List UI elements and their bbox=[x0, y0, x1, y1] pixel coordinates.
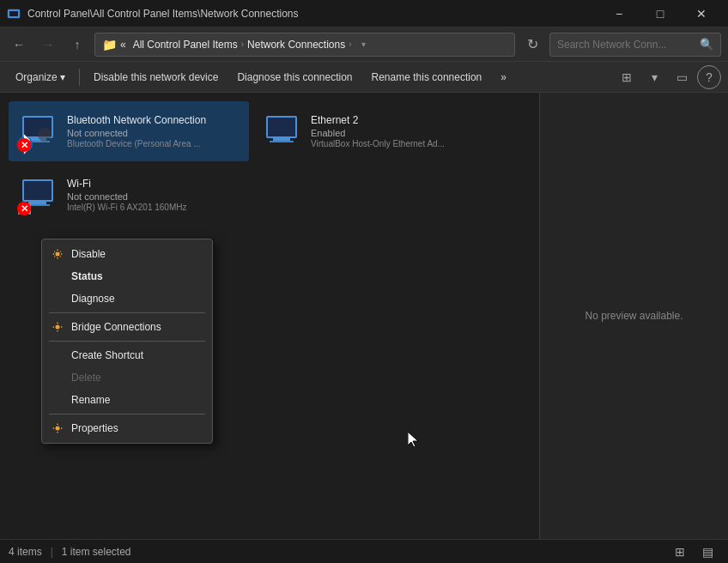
toolbar: Organize ▾ Disable this network device D… bbox=[0, 62, 728, 93]
context-label-rename: Rename bbox=[71, 394, 110, 406]
context-label-shortcut: Create Shortcut bbox=[71, 349, 143, 361]
file-list: ✕ Bluetooth Network Connection Not conne… bbox=[0, 93, 539, 539]
context-label-delete: Delete bbox=[71, 372, 101, 384]
status-view-icon1[interactable]: ⊞ bbox=[668, 540, 692, 564]
item-text: Wi-Fi Not connected Intel(R) Wi-Fi 6 AX2… bbox=[67, 178, 240, 212]
context-item-properties[interactable]: Properties bbox=[42, 417, 212, 439]
empty-icon5 bbox=[51, 393, 64, 407]
status-sep: | bbox=[51, 546, 53, 558]
ethernet-icon-wrapper bbox=[261, 111, 302, 152]
empty-icon4 bbox=[51, 371, 64, 384]
context-item-rename[interactable]: Rename bbox=[42, 389, 212, 411]
preview-panel: No preview available. bbox=[539, 93, 728, 539]
status-view-icon2[interactable]: ▤ bbox=[695, 540, 719, 564]
minimize-button[interactable]: − bbox=[599, 0, 639, 27]
svg-point-17 bbox=[56, 325, 60, 330]
error-badge: ✕ bbox=[17, 138, 31, 152]
toolbar-right: ⊞ ▾ ▭ ? bbox=[615, 65, 721, 89]
error-badge: ✕ bbox=[17, 202, 31, 215]
svg-rect-13 bbox=[24, 181, 52, 200]
context-label-properties: Properties bbox=[71, 422, 118, 434]
organize-button[interactable]: Organize ▾ bbox=[7, 65, 74, 89]
address-dropdown[interactable]: ▾ bbox=[355, 39, 373, 49]
context-divider1 bbox=[49, 312, 205, 313]
status-bar: 4 items | 1 item selected ⊞ ▤ bbox=[0, 539, 728, 563]
breadcrumb-network-connections: Network Connections bbox=[247, 39, 345, 51]
view-button[interactable]: ⊞ bbox=[615, 65, 639, 89]
gear-icon bbox=[51, 247, 64, 261]
bluetooth-icon-wrapper: ✕ bbox=[17, 111, 58, 152]
list-item[interactable]: Ethernet 2 Enabled VirtualBox Host-Only … bbox=[252, 101, 493, 161]
search-icon: 🔍 bbox=[700, 38, 713, 51]
svg-rect-2 bbox=[10, 16, 17, 17]
item-text: Ethernet 2 Enabled VirtualBox Host-Only … bbox=[311, 114, 484, 148]
breadcrumb-all-control: All Control Panel Items bbox=[133, 39, 238, 51]
item-name: Ethernet 2 bbox=[311, 114, 484, 126]
title-bar-text: Control Panel\All Control Panel Items\Ne… bbox=[27, 8, 592, 20]
refresh-button[interactable]: ↻ bbox=[520, 33, 544, 57]
item-status: Not connected bbox=[67, 191, 240, 202]
title-bar-controls: − □ ✕ bbox=[599, 0, 721, 27]
item-desc: Bluetooth Device (Personal Area ... bbox=[67, 139, 240, 148]
rename-button[interactable]: Rename this connection bbox=[363, 65, 491, 89]
folder-icon: 📁 bbox=[102, 38, 117, 51]
context-divider2 bbox=[49, 341, 205, 342]
search-box[interactable]: 🔍 bbox=[549, 33, 721, 57]
item-name: Bluetooth Network Connection bbox=[67, 114, 240, 126]
item-text: Bluetooth Network Connection Not connect… bbox=[67, 114, 240, 148]
svg-point-16 bbox=[56, 252, 60, 257]
context-item-disable[interactable]: Disable bbox=[42, 243, 212, 265]
title-bar: Control Panel\All Control Panel Items\Ne… bbox=[0, 0, 728, 27]
breadcrumb: « All Control Panel Items › Network Conn… bbox=[120, 39, 352, 51]
context-item-shortcut[interactable]: Create Shortcut bbox=[42, 344, 212, 366]
help-button[interactable]: ? bbox=[697, 65, 721, 89]
forward-button[interactable]: → bbox=[36, 33, 60, 57]
context-label-bridge: Bridge Connections bbox=[71, 321, 161, 333]
empty-icon3 bbox=[51, 348, 64, 362]
disable-button[interactable]: Disable this network device bbox=[85, 65, 227, 89]
breadcrumb-sep2: › bbox=[241, 39, 244, 49]
view-dropdown-button[interactable]: ▾ bbox=[642, 65, 666, 89]
ethernet-computer-icon bbox=[261, 111, 302, 152]
close-button[interactable]: ✕ bbox=[682, 0, 721, 27]
toolbar-sep1 bbox=[79, 69, 80, 86]
svg-rect-1 bbox=[9, 11, 18, 16]
search-input[interactable] bbox=[557, 39, 696, 51]
context-item-bridge[interactable]: Bridge Connections bbox=[42, 316, 212, 338]
maximize-button[interactable]: □ bbox=[640, 0, 680, 27]
address-box[interactable]: 📁 « All Control Panel Items › Network Co… bbox=[94, 33, 515, 57]
cursor bbox=[408, 432, 422, 449]
main-content: ✕ Bluetooth Network Connection Not conne… bbox=[0, 93, 728, 539]
more-button[interactable]: » bbox=[492, 65, 515, 89]
item-status: Not connected bbox=[67, 128, 240, 138]
context-label-diagnose: Diagnose bbox=[71, 293, 115, 305]
empty-icon2 bbox=[51, 292, 64, 306]
context-menu: Disable Status Diagnose Bridge Connectio… bbox=[41, 239, 213, 444]
item-name: Wi-Fi bbox=[67, 178, 240, 190]
breadcrumb-item-1: « bbox=[120, 39, 126, 51]
svg-rect-10 bbox=[273, 138, 290, 141]
context-item-diagnose[interactable]: Diagnose bbox=[42, 288, 212, 310]
context-item-status[interactable]: Status bbox=[42, 265, 212, 288]
svg-rect-11 bbox=[270, 141, 294, 142]
up-button[interactable]: ↑ bbox=[65, 33, 89, 57]
context-divider3 bbox=[49, 414, 205, 415]
item-desc: Intel(R) Wi-Fi 6 AX201 160MHz bbox=[67, 203, 240, 212]
svg-rect-9 bbox=[268, 118, 295, 136]
back-button[interactable]: ← bbox=[7, 33, 31, 57]
item-count: 4 items bbox=[9, 546, 42, 558]
address-bar: ← → ↑ 📁 « All Control Panel Items › Netw… bbox=[0, 27, 728, 62]
svg-point-18 bbox=[56, 427, 60, 431]
context-item-delete: Delete bbox=[42, 366, 212, 389]
preview-pane-button[interactable]: ▭ bbox=[670, 65, 694, 89]
breadcrumb-sep3: › bbox=[349, 39, 351, 49]
list-item[interactable]: ✕ Wi-Fi Not connected Intel(R) Wi-Fi 6 A… bbox=[9, 165, 249, 225]
context-label-status: Status bbox=[71, 270, 103, 282]
diagnose-button[interactable]: Diagnose this connection bbox=[228, 65, 361, 89]
gear-icon3 bbox=[51, 421, 64, 435]
svg-point-7 bbox=[38, 128, 52, 142]
item-desc: VirtualBox Host-Only Ethernet Ad... bbox=[311, 139, 484, 148]
list-item[interactable]: ✕ Bluetooth Network Connection Not conne… bbox=[9, 101, 249, 161]
gear-icon2 bbox=[51, 320, 64, 334]
no-preview-text: No preview available. bbox=[585, 310, 682, 322]
